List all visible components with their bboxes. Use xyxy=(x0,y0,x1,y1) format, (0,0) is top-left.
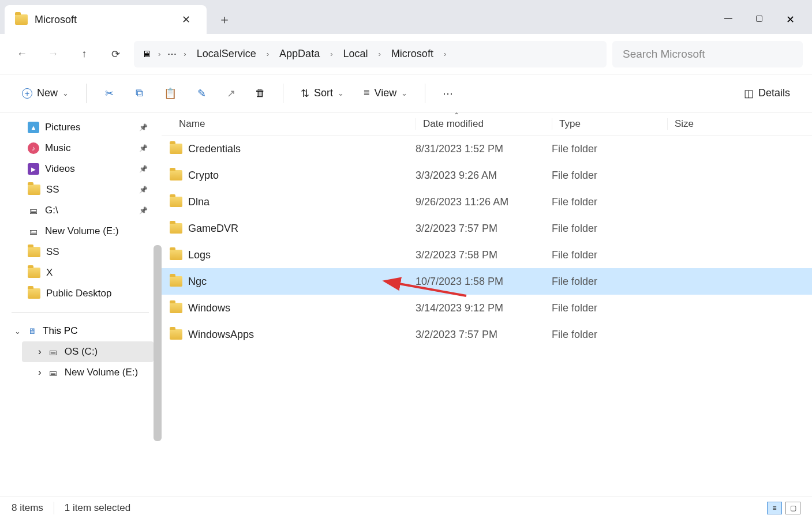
details-icon: ◫ xyxy=(744,87,754,100)
pc-icon: 🖥 xyxy=(142,49,151,59)
new-button[interactable]: + New ⌄ xyxy=(15,82,76,104)
folder-icon xyxy=(170,170,182,180)
column-type[interactable]: Type xyxy=(552,118,667,130)
more-button[interactable]: ⋯ xyxy=(436,82,460,104)
sidebar-item-label: SS xyxy=(46,246,59,258)
this-pc-group[interactable]: ⌄ 🖥 This PC xyxy=(7,321,154,341)
forward-button[interactable]: → xyxy=(40,42,66,67)
column-date[interactable]: Date modified xyxy=(416,118,552,130)
cut-button[interactable]: ✂ xyxy=(97,82,122,104)
file-row[interactable]: Crypto3/3/2023 9:26 AMFile folder xyxy=(162,162,812,189)
view-icon: ≡ xyxy=(364,87,370,99)
drive-icon: 🖴 xyxy=(47,367,59,378)
window-tab[interactable]: Microsoft ✕ xyxy=(5,5,207,34)
folder-icon xyxy=(170,197,182,207)
sidebar-item-label: Videos xyxy=(45,163,75,175)
paste-button[interactable]: 📋 xyxy=(157,82,184,104)
sidebar: ▲Pictures♪Music▶VideosSS🖴G:\🖴New Volume … xyxy=(0,112,162,496)
file-row[interactable]: GameDVR3/2/2023 7:57 PMFile folder xyxy=(162,215,812,242)
share-button[interactable]: ↗ xyxy=(220,82,242,104)
file-type: File folder xyxy=(552,170,667,182)
file-type: File folder xyxy=(552,329,667,341)
chevron-down-icon: ⌄ xyxy=(13,327,22,336)
minimize-button[interactable]: — xyxy=(724,13,732,26)
file-row[interactable]: WindowsApps3/2/2023 7:57 PMFile folder xyxy=(162,321,812,348)
chevron-right-icon[interactable]: › xyxy=(158,50,160,58)
sidebar-item-new-volume-e-[interactable]: 🖴New Volume (E:) xyxy=(7,221,154,242)
sidebar-item-videos[interactable]: ▶Videos xyxy=(7,159,154,179)
folder-icon xyxy=(28,247,40,257)
sidebar-item-label: G:\ xyxy=(45,205,58,216)
details-pane-button[interactable]: ◫ Details xyxy=(737,82,797,104)
up-button[interactable]: ↑ xyxy=(72,42,97,67)
sidebar-item-music[interactable]: ♪Music xyxy=(7,138,154,159)
breadcrumb-bar[interactable]: 🖥 › ⋯ › LocalService › AppData › Local ›… xyxy=(134,41,607,67)
file-date: 3/3/2023 9:26 AM xyxy=(416,170,552,182)
sidebar-item-pictures[interactable]: ▲Pictures xyxy=(7,117,154,138)
details-view-button[interactable]: ≡ xyxy=(767,502,782,514)
file-type: File folder xyxy=(552,143,667,155)
sidebar-item-x[interactable]: X xyxy=(7,262,154,283)
sort-icon: ⇅ xyxy=(301,87,309,100)
sidebar-item-public-desktop[interactable]: Public Desktop xyxy=(7,283,154,304)
file-row[interactable]: Logs3/2/2023 7:58 PMFile folder xyxy=(162,242,812,268)
file-row[interactable]: Ngc10/7/2023 1:58 PMFile folder xyxy=(162,268,812,295)
chevron-right-icon[interactable]: › xyxy=(379,50,381,58)
chevron-right-icon[interactable]: › xyxy=(267,50,269,58)
crumb-localservice[interactable]: LocalService xyxy=(193,46,260,62)
back-button[interactable]: ← xyxy=(9,42,35,67)
file-name: Dlna xyxy=(188,196,209,208)
overflow-icon[interactable]: ⋯ xyxy=(167,48,177,59)
view-button[interactable]: ≡ View ⌄ xyxy=(357,82,414,104)
sidebar-drive-new-volume-e-[interactable]: ›🖴New Volume (E:) xyxy=(22,362,154,383)
close-window-button[interactable]: ✕ xyxy=(786,13,795,26)
refresh-button[interactable]: ⟳ xyxy=(103,42,128,67)
drive-icon: 🖴 xyxy=(28,205,39,216)
file-pane: ⌃ Name Date modified Type Size Credentia… xyxy=(162,112,812,496)
icons-view-button[interactable]: ▢ xyxy=(785,502,800,514)
pictures-icon: ▲ xyxy=(28,122,39,133)
sidebar-item-g-[interactable]: 🖴G:\ xyxy=(7,200,154,221)
sort-button[interactable]: ⇅ Sort ⌄ xyxy=(294,82,351,104)
maximize-button[interactable]: ▢ xyxy=(755,13,763,26)
copy-button[interactable]: ⧉ xyxy=(128,82,151,104)
toolbar: + New ⌄ ✂ ⧉ 📋 ✎ ↗ 🗑 ⇅ Sort ⌄ ≡ View ⌄ ⋯ … xyxy=(0,74,812,112)
rename-button[interactable]: ✎ xyxy=(189,82,214,104)
file-row[interactable]: Dlna9/26/2023 11:26 AMFile folder xyxy=(162,189,812,215)
column-size[interactable]: Size xyxy=(667,118,812,130)
music-icon: ♪ xyxy=(28,142,39,154)
file-row[interactable]: Credentials8/31/2023 1:52 PMFile folder xyxy=(162,136,812,162)
search-input[interactable]: Search Microsoft xyxy=(612,41,803,67)
file-type: File folder xyxy=(552,249,667,261)
chevron-right-icon: › xyxy=(38,367,42,378)
file-date: 3/2/2023 7:57 PM xyxy=(416,223,552,235)
crumb-appdata[interactable]: AppData xyxy=(276,46,323,62)
sidebar-item-ss[interactable]: SS xyxy=(7,242,154,262)
close-tab-icon[interactable]: ✕ xyxy=(177,11,195,28)
crumb-local[interactable]: Local xyxy=(340,46,372,62)
file-date: 9/26/2023 11:26 AM xyxy=(416,196,552,208)
crumb-microsoft[interactable]: Microsoft xyxy=(388,46,437,62)
scrollbar[interactable] xyxy=(154,245,162,441)
file-date: 3/2/2023 7:57 PM xyxy=(416,329,552,341)
chevron-right-icon[interactable]: › xyxy=(184,50,186,58)
chevron-down-icon: ⌄ xyxy=(62,89,69,97)
title-bar: Microsoft ✕ ＋ — ▢ ✕ xyxy=(0,0,812,34)
delete-button[interactable]: 🗑 xyxy=(248,82,272,104)
sidebar-item-label: SS xyxy=(46,184,59,195)
folder-icon xyxy=(170,250,182,260)
folder-icon xyxy=(170,223,182,234)
chevron-right-icon[interactable]: › xyxy=(330,50,332,58)
selection-count: 1 item selected xyxy=(65,502,130,514)
file-row[interactable]: Windows3/14/2023 9:12 PMFile folder xyxy=(162,295,812,321)
chevron-right-icon[interactable]: › xyxy=(444,50,446,58)
new-tab-button[interactable]: ＋ xyxy=(207,5,242,34)
sidebar-drive-os-c-[interactable]: ›🖴OS (C:) xyxy=(22,341,154,362)
sidebar-item-label: Pictures xyxy=(45,122,80,133)
file-date: 3/2/2023 7:58 PM xyxy=(416,249,552,261)
sidebar-item-ss[interactable]: SS xyxy=(7,179,154,200)
column-name[interactable]: Name xyxy=(179,118,416,130)
item-count: 8 items xyxy=(12,502,43,514)
file-name: Logs xyxy=(188,249,211,261)
sidebar-item-label: Public Desktop xyxy=(46,288,111,299)
